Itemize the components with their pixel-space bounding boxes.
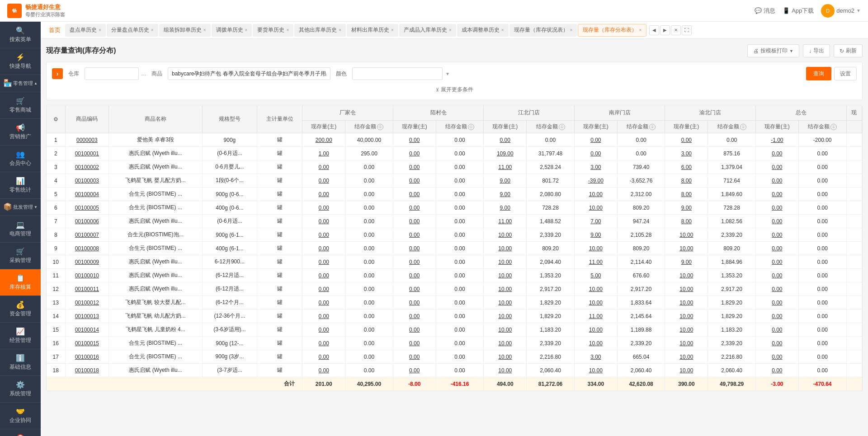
cell-jiangbei-cun[interactable]: 10.00 [484, 309, 527, 323]
app-download-btn[interactable]: 📱 App下载 [783, 7, 814, 15]
cell-changjia-cun[interactable]: 0.00 [302, 160, 345, 174]
cell-yubei-cun[interactable]: 10.00 [665, 269, 708, 282]
cell-nanan-cun[interactable]: 10.00 [574, 201, 617, 215]
nav-prev-btn[interactable]: ◀ [649, 25, 659, 35]
cell-nanan-cun[interactable]: 10.00 [574, 364, 617, 377]
tab-diaob[interactable]: 调拨单历史 × [212, 24, 252, 37]
cell-jiangbei-cun[interactable]: 11.00 [484, 215, 527, 228]
close-tab-4[interactable]: × [245, 28, 248, 33]
sidebar-item-retail[interactable]: 🏪 零售管理 ▲ [0, 75, 41, 92]
cell-code[interactable]: 00100005 [65, 201, 109, 215]
cell-changjia-cun[interactable]: 0.00 [302, 174, 345, 188]
query-btn[interactable]: 查询 [806, 67, 831, 80]
expand-conditions-btn[interactable]: ⊻ 展开更多条件 [432, 84, 477, 95]
cell-mucun-cun[interactable]: 0.00 [393, 269, 436, 282]
sidebar-item-purchase[interactable]: 🛒 采购管理 [0, 243, 41, 269]
cell-jiangbei-cun[interactable]: 10.00 [484, 228, 527, 242]
cell-mucun-cun[interactable]: 0.00 [393, 323, 436, 337]
sidebar-item-wholesale[interactable]: 📦 批发管理 ▼ [0, 199, 41, 216]
cell-mucun-cun[interactable]: 0.00 [393, 228, 436, 242]
cell-zong-cun[interactable]: 0.00 [755, 323, 798, 337]
cell-changjia-cun[interactable]: 1.00 [302, 147, 345, 160]
cell-code[interactable]: 00100006 [65, 215, 109, 228]
tab-pandian[interactable]: 盘点单历史 × [65, 24, 106, 37]
info-zong[interactable]: ① [830, 124, 837, 130]
cell-nanan-cun[interactable]: 7.00 [574, 215, 617, 228]
nav-close-all-btn[interactable]: ✕ [671, 25, 681, 35]
cell-mucun-cun[interactable]: 0.00 [393, 350, 436, 364]
cell-changjia-cun[interactable]: 0.00 [302, 350, 345, 364]
cell-code[interactable]: 00100015 [65, 337, 109, 350]
cell-yubei-cun[interactable]: 0.00 [665, 133, 708, 147]
cell-zong-cun[interactable]: 0.00 [755, 215, 798, 228]
cell-changjia-cun[interactable]: 0.00 [302, 228, 345, 242]
cell-nanan-cun[interactable]: 9.00 [574, 228, 617, 242]
cell-nanan-cun[interactable]: -39.00 [574, 174, 617, 188]
cell-jiangbei-cun[interactable]: 9.00 [484, 188, 527, 201]
cell-yubei-cun[interactable]: 10.00 [665, 282, 708, 296]
info-changjia[interactable]: ① [377, 124, 383, 130]
cell-jiangbei-cun[interactable]: 10.00 [484, 269, 527, 282]
cell-nanan-cun[interactable]: 3.00 [574, 160, 617, 174]
tab-xiancunliang-zk[interactable]: 现存量（库存状况表） × [509, 24, 577, 37]
cell-yubei-cun[interactable]: 9.00 [665, 255, 708, 269]
cell-jiangbei-cun[interactable]: 10.00 [484, 242, 527, 255]
sidebar-item-marketing[interactable]: 📢 营销推广 [0, 119, 41, 145]
warehouse-dots[interactable]: ... [142, 70, 146, 77]
cell-mucun-cun[interactable]: 0.00 [393, 188, 436, 201]
cell-yubei-cun[interactable]: 8.00 [665, 188, 708, 201]
cell-mucun-cun[interactable]: 0.00 [393, 282, 436, 296]
cell-zong-cun[interactable]: 0.00 [755, 269, 798, 282]
cell-code[interactable]: 00100002 [65, 160, 109, 174]
cell-jiangbei-cun[interactable]: 9.00 [484, 174, 527, 188]
user-avatar[interactable]: D demo2 ▼ [821, 4, 861, 18]
cell-code[interactable]: 00100004 [65, 188, 109, 201]
cell-changjia-cun[interactable]: 0.00 [302, 309, 345, 323]
cell-mucun-cun[interactable]: 0.00 [393, 133, 436, 147]
cell-yubei-cun[interactable]: 8.00 [665, 174, 708, 188]
tab-home[interactable]: 首页 [44, 24, 65, 37]
cell-mucun-cun[interactable]: 0.00 [393, 160, 436, 174]
cell-yubei-cun[interactable]: 10.00 [665, 228, 708, 242]
cell-nanan-cun[interactable]: 11.00 [574, 309, 617, 323]
cell-code[interactable]: 00100009 [65, 255, 109, 269]
cell-changjia-cun[interactable]: 0.00 [302, 269, 345, 282]
sidebar-item-shop[interactable]: 🛒 零售商城 [0, 92, 41, 119]
close-tab-8[interactable]: × [449, 28, 452, 33]
cell-nanan-cun[interactable]: 3.00 [574, 350, 617, 364]
cell-nanan-cun[interactable]: 5.00 [574, 269, 617, 282]
info-mucun[interactable]: ① [468, 124, 474, 130]
cell-jiangbei-cun[interactable]: 10.00 [484, 364, 527, 377]
tab-fenpandian[interactable]: 分量盘点单历史 × [107, 24, 158, 37]
cell-code[interactable]: 00100013 [65, 309, 109, 323]
nav-expand-btn[interactable]: ⛶ [682, 25, 692, 35]
cell-zong-cun[interactable]: 0.00 [755, 242, 798, 255]
sidebar-item-base[interactable]: ℹ️ 基础信息 [0, 349, 41, 376]
cell-nanan-cun[interactable]: 0.00 [574, 133, 617, 147]
nav-next-btn[interactable]: ▶ [660, 25, 670, 35]
cell-zong-cun[interactable]: 0.00 [755, 337, 798, 350]
cell-zong-cun[interactable]: 0.00 [755, 147, 798, 160]
cell-jiangbei-cun[interactable]: 10.00 [484, 255, 527, 269]
cell-yubei-cun[interactable]: 10.00 [665, 364, 708, 377]
sidebar-item-collab[interactable]: 🤝 企业协同 [0, 403, 41, 429]
cell-jiangbei-cun[interactable]: 0.00 [484, 133, 527, 147]
close-tab-1[interactable]: × [99, 28, 101, 33]
cell-code[interactable]: 00100003 [65, 174, 109, 188]
cell-nanan-cun[interactable]: 11.00 [574, 255, 617, 269]
cell-mucun-cun[interactable]: 0.00 [393, 296, 436, 309]
cell-changjia-cun[interactable]: 0.00 [302, 364, 345, 377]
cell-changjia-cun[interactable]: 0.00 [302, 296, 345, 309]
sidebar-item-search[interactable]: 🔍 搜索英单 [0, 22, 41, 48]
cell-nanan-cun[interactable]: 10.00 [574, 323, 617, 337]
cell-zong-cun[interactable]: 0.00 [755, 364, 798, 377]
sidebar-item-finance[interactable]: 💰 资金管理 [0, 296, 41, 323]
cell-nanan-cun[interactable]: 10.00 [574, 188, 617, 201]
sidebar-item-system[interactable]: ⚙️ 系统管理 [0, 376, 41, 403]
setting-btn[interactable]: 设置 [834, 67, 857, 80]
cell-jiangbei-cun[interactable]: 10.00 [484, 323, 527, 337]
cell-code[interactable]: 00100016 [65, 350, 109, 364]
cell-code[interactable]: 00100007 [65, 228, 109, 242]
cell-changjia-cun[interactable]: 200.00 [302, 133, 345, 147]
cell-changjia-cun[interactable]: 0.00 [302, 215, 345, 228]
